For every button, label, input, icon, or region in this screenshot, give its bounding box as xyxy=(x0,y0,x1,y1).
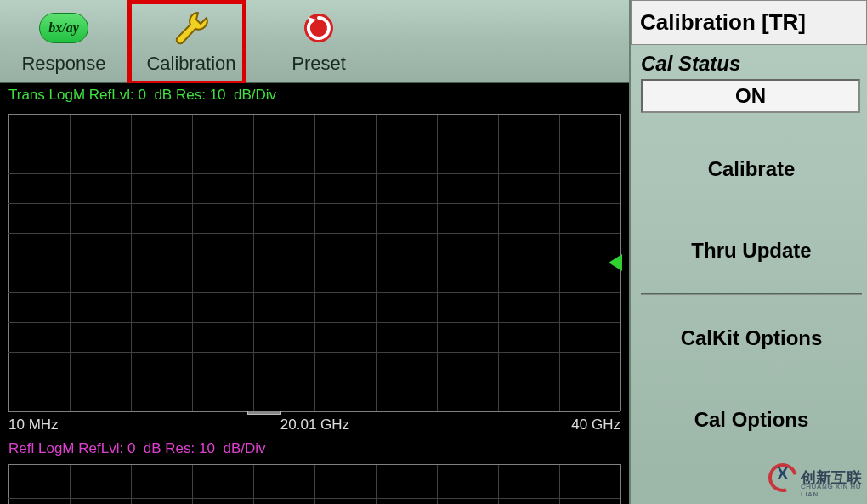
reflvl-label: RefLvl: xyxy=(78,440,123,456)
calibration-label: Calibration xyxy=(146,53,235,78)
res-label: Res: xyxy=(176,87,206,103)
response-button[interactable]: bx/ay Response xyxy=(0,5,128,78)
x-axis-labels: 10 MHz 20.01 GHz 40 GHz xyxy=(8,416,620,433)
refl-grid[interactable] xyxy=(8,464,620,504)
preset-button[interactable]: Preset xyxy=(255,5,382,78)
cal-options-button[interactable]: Cal Options xyxy=(641,379,862,461)
calibration-button[interactable]: Calibration xyxy=(128,5,255,78)
cal-status-block: Cal Status ON xyxy=(641,52,862,113)
x-stop: 40 GHz xyxy=(571,416,620,433)
splitter-handle[interactable] xyxy=(247,411,281,415)
calibration-side-panel: Calibration [TR] Cal Status ON Calibrate… xyxy=(629,0,867,504)
trans-grid[interactable] xyxy=(8,114,620,411)
res-value: 10 xyxy=(210,87,226,103)
response-label: Response xyxy=(21,53,105,78)
cal-status-value[interactable]: ON xyxy=(641,79,860,113)
cal-status-label: Cal Status xyxy=(641,52,862,79)
x-start: 10 MHz xyxy=(8,416,59,433)
main-toolbar: bx/ay Response Calibration Preset xyxy=(0,0,629,83)
reflvl-label: RefLvl: xyxy=(89,87,134,103)
reflvl-value: 0 xyxy=(128,440,135,456)
x-center: 20.01 GHz xyxy=(280,416,349,433)
trace-format: LogM xyxy=(49,87,86,103)
trace-format: LogM xyxy=(38,440,75,456)
res-unit: dB/Div xyxy=(223,440,265,456)
reference-marker-icon[interactable] xyxy=(609,254,622,271)
reflvl-value: 0 xyxy=(138,87,145,103)
thru-update-button[interactable]: Thru Update xyxy=(641,210,862,292)
trace-kind: Refl xyxy=(8,440,34,456)
preset-label: Preset xyxy=(292,53,346,78)
trace-refl-info: Refl LogM RefLvl: 0 dB Res: 10 dB/Div xyxy=(0,437,629,461)
res-label: Res: xyxy=(165,440,195,456)
side-panel-divider xyxy=(641,293,862,296)
refresh-icon xyxy=(301,7,337,49)
trace-trans-info: Trans LogM RefLvl: 0 dB Res: 10 dB/Div xyxy=(0,83,629,107)
trans-trace-line xyxy=(8,263,620,263)
res-value: 10 xyxy=(199,440,215,456)
plot-area: Trans LogM RefLvl: 0 dB Res: 10 dB/Div xyxy=(0,83,629,504)
calibrate-button[interactable]: Calibrate xyxy=(641,128,862,210)
trace-kind: Trans xyxy=(8,87,45,103)
reflvl-unit: dB xyxy=(154,87,172,103)
calkit-options-button[interactable]: CalKit Options xyxy=(641,297,862,379)
side-panel-title: Calibration [TR] xyxy=(631,0,867,45)
response-icon-glyph: bx/ay xyxy=(48,20,79,36)
res-unit: dB/Div xyxy=(234,87,276,103)
reflvl-unit: dB xyxy=(144,440,162,456)
response-icon: bx/ay xyxy=(39,7,88,49)
wrench-icon xyxy=(173,7,210,49)
